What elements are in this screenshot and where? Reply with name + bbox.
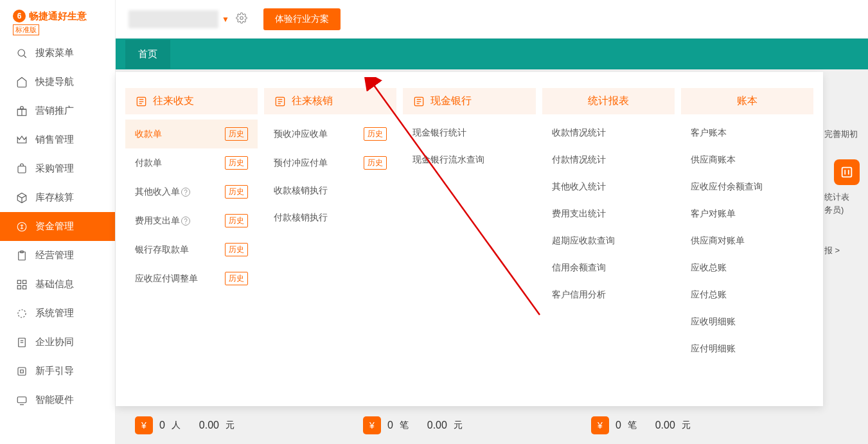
sidebar-item-doc[interactable]: 企业协同 (0, 328, 115, 357)
stat-card: ¥0笔 0.00元 (591, 416, 691, 434)
stats-icon[interactable] (834, 159, 860, 185)
svg-rect-22 (842, 168, 852, 177)
menu-item[interactable]: 收款情况统计 (542, 120, 675, 147)
stat-value: 0.00 (655, 420, 675, 431)
cart-icon (16, 163, 28, 175)
menu-item[interactable]: 付款核销执行 (264, 204, 396, 231)
sidebar-item-label: 经营管理 (35, 249, 74, 262)
stat-currency: 元 (682, 420, 691, 431)
help-icon[interactable]: ? (181, 188, 190, 197)
tab-bar: 首页 (116, 39, 868, 69)
stat-value: 0.00 (427, 420, 447, 431)
sidebar-item-home[interactable]: 快捷导航 (0, 67, 115, 96)
menu-item-label: 客户信用分析 (552, 289, 606, 301)
svg-rect-15 (18, 368, 26, 375)
sidebar-item-grid[interactable]: 基础信息 (0, 270, 115, 299)
history-tag[interactable]: 历史 (225, 272, 248, 285)
menu-item[interactable]: 现金银行流水查询 (403, 147, 535, 173)
menu-item[interactable]: 应付明细账 (681, 335, 813, 362)
sidebar-item-guide[interactable]: 新手引导 (0, 357, 115, 386)
column-header: 账本 (681, 88, 813, 114)
column-title: 往来核销 (292, 94, 333, 108)
history-tag[interactable]: 历史 (364, 127, 387, 141)
sidebar-item-box[interactable]: 库存核算 (0, 183, 115, 212)
menu-item[interactable]: 客户账本 (681, 120, 813, 147)
sidebar: 6 畅捷通好生意 标准版 搜索菜单快捷导航营销推广销售管理采购管理库存核算资金管… (0, 0, 116, 444)
history-tag[interactable]: 历史 (225, 214, 248, 227)
sidebar-item-label: 库存核算 (35, 191, 74, 204)
menu-item[interactable]: 应收明细账 (681, 308, 813, 335)
stat-card: ¥0笔 0.00元 (363, 416, 463, 434)
svg-point-11 (18, 310, 26, 317)
menu-item[interactable]: 费用支出单?历史 (125, 206, 258, 235)
menu-item[interactable]: 供应商账本 (681, 147, 813, 173)
help-icon[interactable]: ? (181, 217, 190, 226)
chevron-down-icon: ▼ (222, 15, 229, 24)
org-selector[interactable]: ▼ (128, 10, 229, 28)
sidebar-item-clip[interactable]: 经营管理 (0, 241, 115, 270)
menu-item[interactable]: 应付总账 (681, 281, 813, 308)
svg-line-1 (24, 55, 26, 57)
menu-item[interactable]: 客户对账单 (681, 200, 813, 227)
history-tag[interactable]: 历史 (225, 156, 248, 170)
sidebar-item-crown[interactable]: 销售管理 (0, 125, 115, 154)
stat-icon: ¥ (591, 416, 609, 434)
menu-item-label: 信用余额查询 (552, 262, 606, 274)
stat-count: 0 (159, 420, 165, 431)
menu-item[interactable]: 应收应付余额查询 (681, 173, 813, 200)
menu-item[interactable]: 收款核销执行 (264, 177, 396, 204)
stat-count: 0 (387, 420, 393, 431)
menu-item[interactable]: 收款单历史 (125, 120, 258, 148)
column-title: 往来收支 (153, 94, 194, 108)
sidebar-item-search[interactable]: 搜索菜单 (0, 39, 115, 67)
menu-item[interactable]: 超期应收款查询 (542, 227, 675, 254)
svg-rect-16 (17, 396, 26, 402)
menu-item-label: 预收冲应收单 (274, 129, 328, 140)
box-icon (16, 192, 28, 204)
menu-item-label: 付款单 (135, 157, 162, 169)
menu-item[interactable]: 应收应付调整单历史 (125, 264, 258, 293)
menu-item-label: 应收明细账 (691, 316, 736, 328)
history-tag[interactable]: 历史 (364, 156, 387, 170)
sidebar-item-label: 快捷导航 (35, 76, 74, 88)
menu-item[interactable]: 银行存取款单历史 (125, 235, 258, 264)
brand-name: 畅捷通好生意 (29, 10, 87, 22)
menu-item[interactable]: 信用余额查询 (542, 254, 675, 281)
mega-menu: 往来收支收款单历史付款单历史其他收入单?历史费用支出单?历史银行存取款单历史应收… (116, 72, 823, 406)
sidebar-item-label: 营销推广 (35, 105, 74, 117)
menu-item[interactable]: 其他收入单?历史 (125, 177, 258, 206)
stat-currency: 元 (226, 420, 235, 431)
column-header: 现金银行 (403, 88, 535, 114)
sidebar-item-tv[interactable]: 智能硬件 (0, 386, 115, 414)
menu-item[interactable]: 供应商对账单 (681, 227, 813, 254)
menu-item[interactable]: 预付冲应付单历史 (264, 148, 396, 177)
history-tag[interactable]: 历史 (225, 243, 248, 256)
peek-text-4[interactable]: 报 > (824, 245, 868, 256)
menu-item-label: 应付明细账 (691, 343, 736, 355)
menu-item-label: 超期应收款查询 (552, 235, 615, 247)
menu-column: 账本客户账本供应商账本应收应付余额查询客户对账单供应商对账单应收总账应付总账应收… (681, 88, 813, 368)
menu-item[interactable]: 付款单历史 (125, 148, 258, 177)
gear-icon[interactable] (236, 12, 247, 26)
menu-item[interactable]: 客户信用分析 (542, 281, 675, 308)
menu-item-label: 收款单 (135, 129, 162, 140)
history-tag[interactable]: 历史 (225, 127, 248, 141)
history-tag[interactable]: 历史 (225, 185, 248, 199)
cta-button[interactable]: 体验行业方案 (263, 8, 341, 30)
menu-item[interactable]: 付款情况统计 (542, 147, 675, 173)
menu-item[interactable]: 费用支出统计 (542, 200, 675, 227)
column-header: 往来核销 (264, 88, 396, 114)
sidebar-item-cart[interactable]: 采购管理 (0, 154, 115, 183)
menu-item[interactable]: 应收总账 (681, 254, 813, 281)
tab-home[interactable]: 首页 (125, 40, 170, 69)
menu-item[interactable]: 现金银行统计 (403, 120, 535, 147)
menu-item-label: 客户账本 (691, 127, 727, 139)
sidebar-item-settings[interactable]: 系统管理 (0, 299, 115, 328)
menu-item[interactable]: 其他收入统计 (542, 173, 675, 200)
sidebar-item-money[interactable]: 资金管理 (0, 212, 115, 241)
sidebar-item-gift[interactable]: 营销推广 (0, 96, 115, 125)
sidebar-item-label: 企业协同 (35, 336, 74, 348)
stat-icon: ¥ (363, 416, 381, 434)
menu-item[interactable]: 预收冲应收单历史 (264, 120, 396, 148)
menu-item-label: 供应商对账单 (691, 235, 745, 247)
